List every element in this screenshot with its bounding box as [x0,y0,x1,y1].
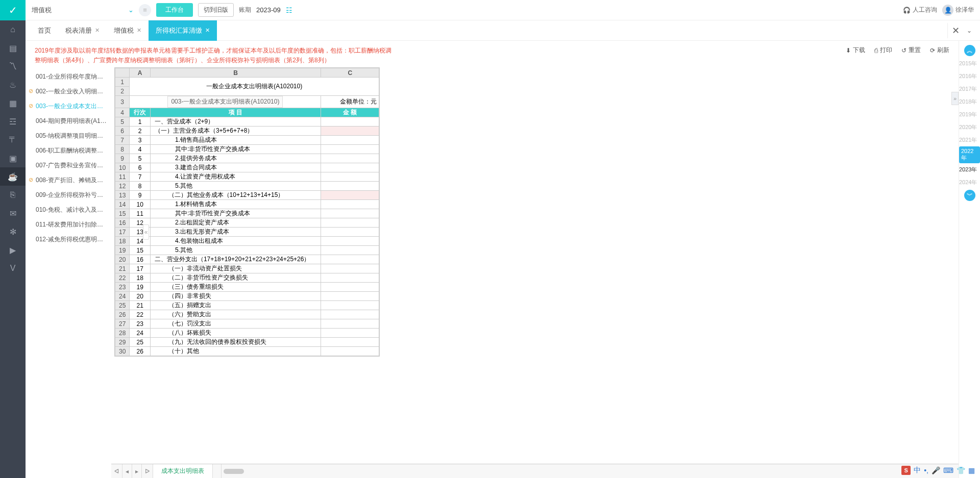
sheet-tab[interactable]: 成本支出明细表 [153,464,213,478]
cell-rownum[interactable]: 6 [130,163,151,172]
ime-lang[interactable]: 中 [914,466,921,475]
cell-item[interactable]: 3.建造合同成本 [150,163,321,172]
close-icon[interactable]: ✕ [205,27,210,34]
nav-chart-icon[interactable]: 〽 [0,57,26,76]
workbench-button[interactable]: 工作台 [156,3,193,17]
cell-rownum[interactable]: 2 [130,127,151,136]
cell-amount[interactable] [321,200,379,209]
nav-tee-icon[interactable]: 〒 [0,131,26,149]
expand-right-icon[interactable]: » [951,92,959,105]
nav-inbox-icon[interactable]: ✉ [0,204,26,222]
form-list-item[interactable]: ⊘008-资产折旧、摊销及纳税... [26,173,111,188]
row-header[interactable]: 28 [115,329,130,338]
cell-rownum[interactable]: 9 [130,191,151,200]
cell-rownum[interactable]: 3 [130,136,151,145]
sheet-nav-last-icon[interactable]: ᐅ [142,464,153,478]
switch-old-button[interactable]: 切到旧版 [198,3,234,17]
cell-rownum[interactable]: 8 [130,182,151,191]
cell-amount[interactable] [321,172,379,182]
cell-amount[interactable] [321,218,379,228]
cell-amount[interactable] [321,191,379,200]
row-header[interactable]: 13 [115,191,130,200]
row-header[interactable]: 29 [115,338,130,347]
form-list-item[interactable]: 007-广告费和业务宣传费跨... [26,158,111,173]
nav-video-icon[interactable]: ▶ [0,241,26,259]
cell-item[interactable]: （二）非货币性资产交换损失 [150,273,321,283]
row-header[interactable]: 30 [115,347,130,356]
cell-amount[interactable] [321,292,379,301]
cell-amount[interactable] [321,338,379,347]
consult-button[interactable]: 🎧 人工咨询 [903,6,937,14]
row-header[interactable]: 11 [115,172,130,182]
row-header[interactable]: 20 [115,255,130,264]
year-down-icon[interactable]: ︾ [964,190,975,201]
nav-tax-icon[interactable]: ☕ [0,167,26,186]
cell-rownum[interactable]: 24 [130,329,151,338]
cell-rownum[interactable]: 16 [130,255,151,264]
row-header[interactable]: 22 [115,273,130,283]
cell-item[interactable]: 5.其他 [150,182,321,191]
cell-rownum[interactable]: 19 [130,283,151,292]
tab-0[interactable]: 首页 [31,20,58,41]
ime-tools-icon[interactable]: ▦ [968,466,975,474]
app-logo[interactable]: ✓ [0,0,26,20]
nav-export-icon[interactable]: ⎘ [0,186,26,204]
row-header[interactable]: 25 [115,301,130,310]
cell-item[interactable]: （八）坏账损失 [150,329,321,338]
cell-amount[interactable] [321,246,379,255]
cell-item[interactable]: 二、营业外支出（17+18+19+20+21+22+23+24+25+26） [150,255,321,264]
form-list-item[interactable]: ⊘002-一般企业收入明细表(A... [26,84,111,99]
cell-amount[interactable] [321,117,379,127]
cell-item[interactable]: （二）其他业务成本（10+12+13+14+15） [150,191,321,200]
cell-amount[interactable] [321,145,379,154]
form-list-item[interactable]: 009-企业所得税弥补亏损明... [26,188,111,203]
nav-settings-icon[interactable]: ✻ [0,222,26,241]
form-list-item[interactable]: 010-免税、减计收入及加计... [26,203,111,217]
year-item[interactable]: 2015年 [959,57,980,70]
cell-amount[interactable] [321,301,379,310]
row-header[interactable]: 9 [115,154,130,163]
cell-amount[interactable] [321,255,379,264]
year-item[interactable]: 2022年 [959,146,980,163]
cell-rownum[interactable]: 5 [130,154,151,163]
cell-amount[interactable] [321,127,379,136]
cell-item[interactable]: 5.其他 [150,246,321,255]
row-header[interactable]: 21 [115,264,130,273]
cell-rownum[interactable]: 21 [130,301,151,310]
sheet-nav-prev-icon[interactable]: ◂ [122,464,132,478]
nav-clipboard-icon[interactable]: ▦ [0,94,26,112]
row-header[interactable]: 8 [115,145,130,154]
org-dropdown[interactable]: 增值税 ⌄ [32,6,134,15]
cell-rownum[interactable]: 1 [130,117,151,127]
year-up-icon[interactable]: ︽ [964,45,975,56]
cell-item[interactable]: 1.材料销售成本 [150,200,321,209]
tab-1[interactable]: 税表清册✕ [58,20,107,41]
year-item[interactable]: 2016年 [959,70,980,83]
list-icon-button[interactable]: ≡ [139,4,151,16]
form-list-item[interactable]: 004-期间费用明细表(A1040... [26,114,111,129]
row-header[interactable]: 18 [115,237,130,246]
cell-rownum[interactable]: 18 [130,273,151,283]
cell-item[interactable]: 2.出租固定资产成本 [150,218,321,228]
print-button[interactable]: ⎙打印 [874,46,892,55]
cell-item[interactable]: 4.让渡资产使用权成本 [150,172,321,182]
cell-amount[interactable] [321,209,379,218]
ime-punct-icon[interactable]: •, [924,466,928,474]
cell-rownum[interactable]: 25 [130,338,151,347]
col-header-a[interactable]: A [130,68,151,78]
row-header[interactable]: 17 [115,228,130,237]
cell-item[interactable]: （一）非流动资产处置损失 [150,264,321,273]
cell-item[interactable]: 3.出租无形资产成本 [150,228,321,237]
row-header[interactable]: 16 [115,218,130,228]
row-header[interactable]: 7 [115,136,130,145]
cell-amount[interactable] [321,237,379,246]
cell-amount[interactable] [321,136,379,145]
row-header[interactable]: 27 [115,319,130,329]
cell-item[interactable]: （三）债务重组损失 [150,283,321,292]
nav-bag-icon[interactable]: ♨ [0,76,26,94]
user-menu[interactable]: 👤 徐泽华 [942,5,974,16]
row-header[interactable]: 12 [115,182,130,191]
row-header[interactable]: 10 [115,163,130,172]
cell-item[interactable]: （四）非常损失 [150,292,321,301]
nav-home-icon[interactable]: ⌂ [0,20,26,39]
